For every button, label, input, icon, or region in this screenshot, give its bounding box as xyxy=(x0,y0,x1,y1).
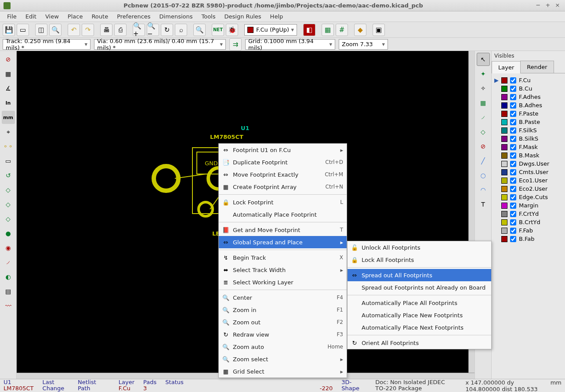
menu-item-grid-select[interactable]: ▦Grid Select▸ xyxy=(219,365,347,377)
zoom-in-icon[interactable]: 🔍+ xyxy=(133,24,145,36)
menu-item-duplicate-footprint[interactable]: 📑Duplicate FootprintCtrl+D xyxy=(219,156,347,168)
layer-visible-checkbox[interactable] xyxy=(510,136,516,142)
layer-color-swatch[interactable] xyxy=(501,111,507,117)
layer-visible-checkbox[interactable] xyxy=(510,219,516,225)
layer-row-edge-cuts[interactable]: ▶Edge.Cuts xyxy=(493,193,563,201)
layer-row-b-silks[interactable]: ▶B.SilkS xyxy=(493,134,563,143)
layer-color-swatch[interactable] xyxy=(501,169,507,175)
local-ratsnest-icon[interactable]: ✧ xyxy=(477,82,490,95)
tab-layer[interactable]: Layer xyxy=(492,61,521,73)
layer-row-b-fab[interactable]: ▶B.Fab xyxy=(493,235,563,243)
layer-visible-checkbox[interactable] xyxy=(510,127,516,134)
route-track-icon[interactable]: ⟋ xyxy=(477,111,490,124)
layer-row-b-cu[interactable]: ▶B.Cu xyxy=(493,84,563,93)
menu-item-automatically-place-all-footprints[interactable]: Automatically Place All Footprints xyxy=(348,297,491,309)
menu-item-select-track-width[interactable]: ⬌Select Track Width▸ xyxy=(219,264,347,276)
layer-row-f-paste[interactable]: ▶F.Paste xyxy=(493,109,563,118)
layer-color-swatch[interactable] xyxy=(501,136,507,142)
layer-row-f-mask[interactable]: ▶F.Mask xyxy=(493,143,563,151)
print-icon[interactable]: 🖶 xyxy=(100,24,112,36)
layer-row-b-adhes[interactable]: ▶B.Adhes xyxy=(493,101,563,109)
layer-row-f-fab[interactable]: ▶F.Fab xyxy=(493,226,563,235)
layer-row-cmts-user[interactable]: ▶Cmts.User xyxy=(493,168,563,176)
menu-route[interactable]: Route xyxy=(87,12,112,21)
menu-item-zoom-in[interactable]: 🔍Zoom inF1 xyxy=(219,304,347,316)
menu-view[interactable]: View xyxy=(41,12,63,21)
show-zones-none-icon[interactable]: ◇ xyxy=(2,212,15,225)
menu-item-unlock-all-footprints[interactable]: 🔓Unlock All Footprints xyxy=(348,241,491,254)
menu-item-zoom-out[interactable]: 🔍Zoom outF2 xyxy=(219,316,347,328)
save-icon[interactable]: 💾 xyxy=(3,24,15,36)
layer-visible-checkbox[interactable] xyxy=(510,186,516,192)
add-text-icon[interactable]: T xyxy=(477,198,490,211)
via-size-select[interactable]: Via: 0.60 mm (23.6 mils)/ 0.40 mm (15.7 … xyxy=(94,39,226,50)
layer-color-swatch[interactable] xyxy=(501,161,507,167)
layer-visible-checkbox[interactable] xyxy=(510,111,516,117)
menu-file[interactable]: File xyxy=(3,12,21,21)
menu-item-begin-track[interactable]: ↯Begin TrackX xyxy=(219,251,347,264)
layer-visible-checkbox[interactable] xyxy=(510,236,516,242)
layer-color-swatch[interactable] xyxy=(501,86,507,92)
cursor-shape-icon[interactable]: ⌖ xyxy=(2,125,15,138)
menu-item-create-footprint-array[interactable]: ▦Create Footprint ArrayCtrl+N xyxy=(219,181,347,193)
scripting-icon[interactable]: ▣ xyxy=(373,24,385,36)
layer-row-margin[interactable]: ▶Margin xyxy=(493,201,563,210)
menu-item-zoom-select[interactable]: 🔍Zoom select▸ xyxy=(219,353,347,365)
layer-visible-checkbox[interactable] xyxy=(510,119,516,125)
add-footprint-icon[interactable]: ▦ xyxy=(477,96,490,109)
show-zones-outline-icon[interactable]: ◇ xyxy=(2,198,15,211)
highlight-net-icon[interactable]: ✦ xyxy=(477,67,490,80)
layer-row-b-mask[interactable]: ▶B.Mask xyxy=(493,151,563,160)
polar-coords-icon[interactable]: ∡ xyxy=(2,82,15,95)
mode-track-icon[interactable]: # xyxy=(336,24,348,36)
menu-dimensions[interactable]: Dimensions xyxy=(155,12,197,21)
menu-edit[interactable]: Edit xyxy=(21,12,41,21)
layer-row-dwgs-user[interactable]: ▶Dwgs.User xyxy=(493,160,563,168)
plot-icon[interactable]: ⎙ xyxy=(114,24,127,36)
layer-visible-checkbox[interactable] xyxy=(510,178,516,184)
zoom-fit-icon[interactable]: ⌕ xyxy=(175,24,187,36)
layer-row-eco1-user[interactable]: ▶Eco1.User xyxy=(493,176,563,185)
add-zone-icon[interactable]: ◇ xyxy=(477,125,490,138)
layer-visible-checkbox[interactable] xyxy=(510,94,516,100)
layer-visible-checkbox[interactable] xyxy=(510,203,516,209)
track-fill-icon[interactable]: ⟋ xyxy=(2,256,15,269)
minimize-button[interactable]: − xyxy=(534,2,542,9)
layer-visible-checkbox[interactable] xyxy=(510,144,516,150)
menu-item-orient-all-footprints[interactable]: ↻Orient All Footprints xyxy=(348,337,491,349)
drc-icon[interactable]: 🐞 xyxy=(226,24,238,36)
menu-design-rules[interactable]: Design Rules xyxy=(220,12,266,21)
layer-color-swatch[interactable] xyxy=(501,127,507,134)
contrast-mode-icon[interactable]: ◐ xyxy=(2,270,15,283)
undo-icon[interactable]: ↶ xyxy=(68,24,80,36)
layers-manager-icon[interactable]: ▤ xyxy=(2,285,15,298)
menu-preferences[interactable]: Preferences xyxy=(112,12,155,21)
page-settings-icon[interactable]: ▭ xyxy=(17,24,29,36)
tab-render[interactable]: Render xyxy=(520,61,554,73)
layer-color-swatch[interactable] xyxy=(501,236,507,242)
track-width-select[interactable]: Track: 0.250 mm (9.84 mils) * ▾ xyxy=(3,39,91,50)
menu-item-automatically-place-next-footprints[interactable]: Automatically Place Next Footprints xyxy=(348,321,491,334)
layer-color-swatch[interactable] xyxy=(501,94,507,100)
freeroute-icon[interactable]: ◆ xyxy=(354,24,366,36)
redo-icon[interactable]: ↷ xyxy=(82,24,94,36)
layer-visible-checkbox[interactable] xyxy=(510,169,516,175)
module-viewer-icon[interactable]: 🔍 xyxy=(49,24,62,36)
menu-item-automatically-place-new-footprints[interactable]: Automatically Place New Footprints xyxy=(348,309,491,321)
layer-row-b-paste[interactable]: ▶B.Paste xyxy=(493,118,563,126)
layer-visible-checkbox[interactable] xyxy=(510,211,516,217)
layer-row-f-silks[interactable]: ▶F.SilkS xyxy=(493,126,563,134)
menu-help[interactable]: Help xyxy=(266,12,288,21)
layer-pair-icon[interactable]: ◧ xyxy=(303,24,315,36)
menu-item-footprint-u1-on-f-cu[interactable]: ⇔Footprint U1 on F.Cu▸ xyxy=(219,144,347,156)
layer-color-swatch[interactable] xyxy=(501,178,507,184)
menu-item-center[interactable]: 🔍CenterF4 xyxy=(219,291,347,304)
layer-color-swatch[interactable] xyxy=(501,77,507,83)
redraw-icon[interactable]: ↻ xyxy=(161,24,173,36)
add-arc-icon[interactable]: ◠ xyxy=(477,183,490,196)
find-icon[interactable]: 🔍 xyxy=(193,24,206,36)
menu-item-get-and-move-footprint[interactable]: 📕Get and Move FootprintT xyxy=(219,224,347,236)
layer-row-b-crtyd[interactable]: ▶B.CrtYd xyxy=(493,218,563,226)
layer-color-swatch[interactable] xyxy=(501,144,507,150)
layer-row-f-crtyd[interactable]: ▶F.CrtYd xyxy=(493,210,563,218)
